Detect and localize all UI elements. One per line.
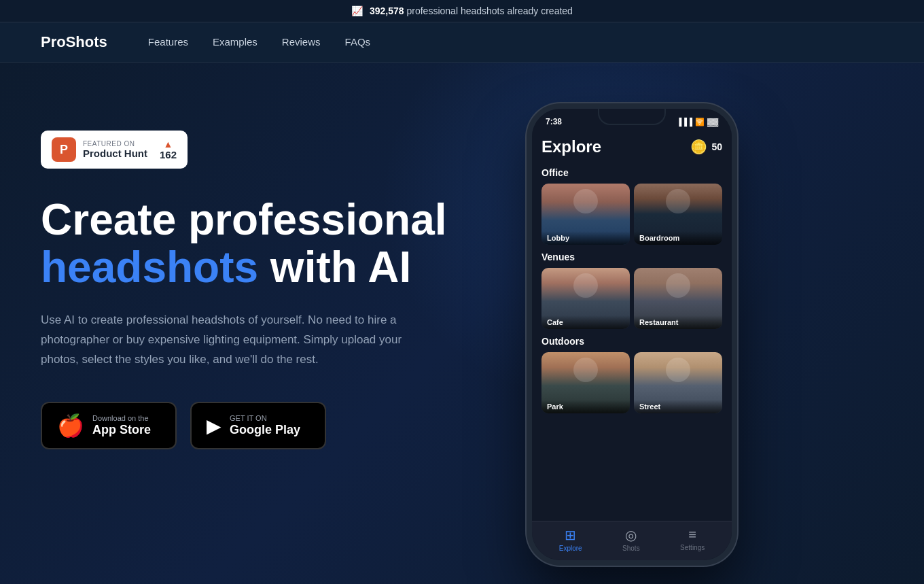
nav-examples[interactable]: Examples (213, 36, 257, 48)
explore-icon: ⊞ (565, 527, 576, 543)
coin-badge: 🪙 50 (690, 139, 722, 155)
outdoors-grid: Park Street (541, 352, 722, 413)
ph-name: Product Hunt (83, 148, 147, 159)
ph-text: FEATURED ON Product Hunt (83, 140, 147, 159)
cafe-label: Cafe (541, 315, 630, 329)
banner-count: 392,578 (370, 5, 404, 16)
signal-icon: ▐▐▐ (677, 118, 692, 126)
settings-label: Settings (680, 544, 705, 551)
park-card[interactable]: Park (541, 352, 630, 413)
hero-description: Use AI to create professional headshots … (41, 311, 435, 370)
phone-bottom-nav: ⊞ Explore ◎ Shots ≡ Settings (532, 521, 732, 560)
app-title: Explore (541, 137, 601, 156)
app-store-button[interactable]: 🍎 Download on the App Store (41, 402, 177, 449)
app-store-sub: Download on the (92, 414, 151, 423)
phone-mockup: 7:38 ▐▐▐ 🛜 ▓▓ Explore 🪙 50 Office (527, 103, 737, 566)
office-grid: Lobby Boardroom (541, 184, 722, 245)
product-hunt-badge[interactable]: P FEATURED ON Product Hunt ▲ 162 (41, 131, 188, 169)
google-play-sub: GET IT ON (230, 414, 300, 423)
hero-section: P FEATURED ON Product Hunt ▲ 162 Create … (0, 63, 924, 584)
street-label: Street (634, 400, 722, 413)
nav-reviews[interactable]: Reviews (282, 36, 321, 48)
hero-title-headshots: headshots (41, 243, 258, 292)
phone-nav-settings[interactable]: ≡ Settings (680, 527, 705, 552)
hero-left: P FEATURED ON Product Hunt ▲ 162 Create … (41, 103, 489, 449)
download-buttons: 🍎 Download on the App Store ▶ GET IT ON … (41, 402, 489, 449)
hero-title: Create professional headshots with AI (41, 196, 489, 292)
google-play-main: Google Play (230, 423, 300, 438)
app-header: Explore 🪙 50 (541, 129, 722, 162)
settings-icon: ≡ (688, 527, 696, 543)
trend-icon: 📈 (351, 5, 363, 16)
ph-arrow-icon: ▲ (164, 139, 173, 149)
ph-vote-count: 162 (160, 149, 177, 160)
logo[interactable]: ProShots (41, 33, 107, 51)
lobby-card[interactable]: Lobby (541, 184, 630, 245)
wifi-icon: 🛜 (695, 118, 705, 126)
section-office: Office (541, 167, 722, 178)
coin-icon: 🪙 (690, 139, 707, 155)
banner-text: professional headshots already created (407, 5, 573, 16)
google-play-text: GET IT ON Google Play (230, 414, 300, 438)
venues-grid: Cafe Restaurant (541, 268, 722, 329)
lobby-label: Lobby (541, 231, 630, 245)
hero-title-professional: professional (188, 195, 447, 244)
google-play-icon: ▶ (207, 415, 221, 437)
navbar: ProShots Features Examples Reviews FAQs (0, 22, 924, 63)
section-venues: Venues (541, 252, 722, 262)
phone-nav-shots[interactable]: ◎ Shots (622, 527, 640, 552)
restaurant-card[interactable]: Restaurant (634, 268, 722, 329)
phone-nav-explore[interactable]: ⊞ Explore (559, 527, 582, 552)
phone-time: 7:38 (546, 117, 562, 126)
phone-mockup-container: 7:38 ▐▐▐ 🛜 ▓▓ Explore 🪙 50 Office (516, 103, 747, 566)
battery-icon: ▓▓ (707, 118, 718, 126)
boardroom-card[interactable]: Boardroom (634, 184, 722, 245)
explore-label: Explore (559, 545, 582, 552)
coin-count: 50 (711, 141, 722, 152)
phone-notch (598, 109, 666, 125)
hero-title-with-ai: with AI (258, 243, 411, 292)
shots-icon: ◎ (625, 527, 637, 543)
ph-featured-label: FEATURED ON (83, 140, 147, 148)
top-banner: 📈 392,578 professional headshots already… (0, 0, 924, 22)
shots-label: Shots (622, 545, 640, 552)
street-card[interactable]: Street (634, 352, 722, 413)
status-icons: ▐▐▐ 🛜 ▓▓ (677, 118, 718, 126)
apple-icon: 🍎 (57, 413, 84, 439)
boardroom-label: Boardroom (634, 231, 722, 245)
nav-features[interactable]: Features (148, 36, 188, 48)
phone-content: Explore 🪙 50 Office Lobby Boardroom (532, 129, 732, 521)
google-play-button[interactable]: ▶ GET IT ON Google Play (190, 402, 326, 449)
restaurant-label: Restaurant (634, 315, 722, 329)
ph-votes: ▲ 162 (160, 139, 177, 160)
section-outdoors: Outdoors (541, 336, 722, 347)
park-label: Park (541, 400, 630, 413)
app-store-text: Download on the App Store (92, 414, 151, 438)
hero-title-create: Create (41, 195, 188, 244)
cafe-card[interactable]: Cafe (541, 268, 630, 329)
app-store-main: App Store (92, 423, 151, 438)
nav-faqs[interactable]: FAQs (345, 36, 371, 48)
product-hunt-icon: P (52, 137, 76, 162)
nav-links: Features Examples Reviews FAQs (148, 36, 370, 48)
